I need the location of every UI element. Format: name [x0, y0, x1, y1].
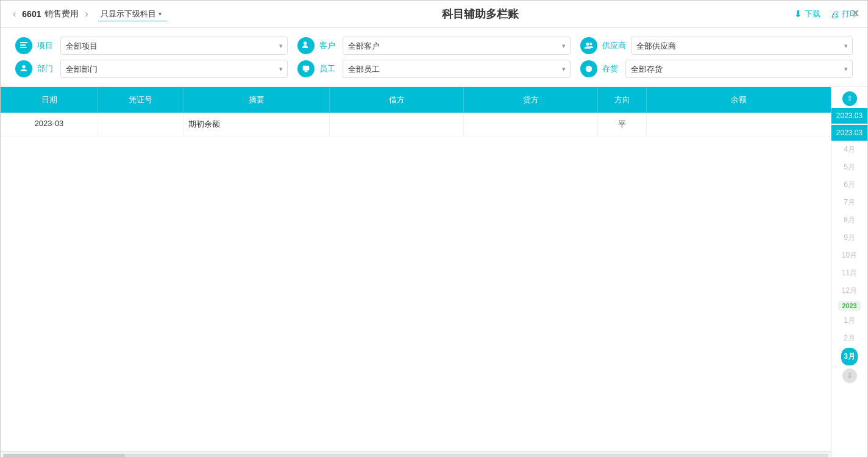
customer-select[interactable]: 全部客户: [343, 37, 570, 55]
timeline-month-3-active[interactable]: 3月: [841, 348, 858, 365]
header-actions: ⬇ 下载 🖨 打印: [794, 9, 858, 19]
next-account-button[interactable]: ›: [82, 7, 90, 21]
header-bar: ‹ 6601 销售费用 › 只显示下级科目 ▾ 科目辅助多栏账 ⬇ 下载 🖨 打…: [1, 1, 867, 28]
project-select-wrapper[interactable]: 全部项目: [60, 37, 288, 55]
cell-date: 2023-03: [1, 113, 98, 136]
filter-inventory: 存货 全部存货: [575, 57, 858, 80]
svg-point-5: [22, 65, 25, 68]
prev-account-button[interactable]: ‹: [10, 7, 18, 21]
scroll-thumb[interactable]: [3, 454, 125, 457]
filter-customer: 客户 全部客户: [293, 34, 575, 57]
supplier-icon: [580, 37, 597, 54]
supplier-select[interactable]: 全部供应商: [631, 37, 853, 55]
dropdown-arrow-icon: ▾: [158, 10, 162, 17]
timeline-month-12[interactable]: 12月: [831, 282, 867, 300]
cell-balance: [647, 113, 831, 136]
inventory-label: 存货: [602, 63, 621, 74]
timeline-header-2[interactable]: 2023.03: [831, 125, 867, 141]
col-summary: 摘要: [183, 87, 330, 113]
close-button[interactable]: ✕: [851, 7, 860, 20]
timeline-month-6[interactable]: 6月: [831, 176, 867, 194]
cell-direction: 平: [598, 113, 647, 136]
customer-icon: [297, 37, 315, 54]
show-sub-accounts-dropdown[interactable]: 只显示下级科目 ▾: [98, 7, 166, 21]
cell-summary: 期初余额: [183, 113, 330, 136]
supplier-label: 供应商: [602, 40, 626, 51]
svg-rect-0: [20, 42, 27, 43]
cell-credit: [464, 113, 598, 136]
download-button[interactable]: ⬇ 下载: [794, 9, 820, 19]
department-select-wrapper[interactable]: 全部部门: [60, 60, 288, 78]
main-layout: 日期 凭证号 摘要 借方 贷方 方向 余额 2023-03 期初余额 平: [1, 87, 867, 458]
col-credit: 贷方: [464, 87, 598, 113]
timeline-month-2[interactable]: 2月: [831, 329, 867, 347]
show-sub-accounts-label: 只显示下级科目: [101, 9, 156, 19]
col-voucher: 凭证号: [98, 87, 183, 113]
account-name: 销售费用: [44, 9, 79, 19]
timeline-month-4[interactable]: 4月: [831, 141, 867, 158]
svg-rect-2: [20, 47, 27, 48]
download-label: 下载: [805, 9, 820, 19]
cell-debit: [330, 113, 464, 136]
scroll-track: [3, 454, 828, 457]
filter-project: 项目 全部项目: [10, 34, 293, 57]
department-icon: [15, 60, 32, 77]
timeline-month-10[interactable]: 10月: [831, 247, 867, 264]
table-body: 2023-03 期初余额 平: [1, 113, 831, 451]
project-label: 项目: [37, 40, 55, 51]
account-navigator: ‹ 6601 销售费用 ›: [10, 7, 91, 21]
employee-select[interactable]: 全部员工: [343, 60, 570, 78]
department-label: 部门: [37, 63, 55, 74]
filter-bar: 项目 全部项目 客户 全部客户 供应商: [1, 28, 867, 87]
filter-department: 部门 全部部门: [10, 57, 293, 80]
timeline-month-1[interactable]: 1月: [831, 312, 867, 329]
timeline-up-button[interactable]: ⇧: [842, 91, 857, 106]
download-icon: ⬇: [794, 9, 802, 19]
svg-rect-1: [20, 44, 26, 46]
timeline-header-1[interactable]: 2023.03: [831, 108, 867, 124]
col-balance: 余额: [647, 87, 831, 113]
customer-label: 客户: [319, 40, 338, 51]
filter-employee: 员工 全部员工: [293, 57, 575, 80]
timeline-year-label[interactable]: 2023: [838, 301, 860, 311]
timeline-down-button[interactable]: ⇩: [842, 368, 857, 383]
inventory-select-wrapper[interactable]: 全部存货: [625, 60, 853, 78]
timeline-month-9[interactable]: 9月: [831, 229, 867, 247]
customer-select-wrapper[interactable]: 全部客户: [343, 37, 570, 55]
department-select[interactable]: 全部部门: [60, 60, 288, 78]
employee-icon: [297, 60, 315, 77]
cell-voucher: [98, 113, 183, 136]
horizontal-scrollbar[interactable]: [1, 451, 831, 458]
page-title: 科目辅助多栏账: [174, 7, 787, 21]
timeline-month-11[interactable]: 11月: [831, 264, 867, 282]
filter-supplier: 供应商 全部供应商: [575, 34, 858, 57]
timeline-month-8[interactable]: 8月: [831, 211, 867, 229]
supplier-select-wrapper[interactable]: 全部供应商: [631, 37, 853, 55]
employee-label: 员工: [319, 63, 338, 74]
account-code: 6601: [22, 9, 41, 19]
table-area: 日期 凭证号 摘要 借方 贷方 方向 余额 2023-03 期初余额 平: [1, 87, 831, 458]
table-header: 日期 凭证号 摘要 借方 贷方 方向 余额: [1, 87, 831, 113]
svg-point-4: [589, 43, 592, 45]
timeline-panel: ⇧ 2023.03 2023.03 4月 5月 6月 7月 8月 9月 10月 …: [831, 87, 867, 458]
col-date: 日期: [1, 87, 98, 113]
print-icon: 🖨: [830, 9, 839, 19]
svg-rect-6: [303, 66, 310, 71]
inventory-select[interactable]: 全部存货: [625, 60, 853, 78]
inventory-icon: [580, 60, 597, 77]
svg-point-3: [586, 43, 589, 46]
project-select[interactable]: 全部项目: [60, 37, 288, 55]
main-window: ‹ 6601 销售费用 › 只显示下级科目 ▾ 科目辅助多栏账 ⬇ 下载 🖨 打…: [0, 0, 868, 458]
col-direction: 方向: [598, 87, 647, 113]
table-row: 2023-03 期初余额 平: [1, 113, 831, 136]
timeline-month-7[interactable]: 7月: [831, 194, 867, 211]
employee-select-wrapper[interactable]: 全部员工: [343, 60, 570, 78]
timeline-month-5[interactable]: 5月: [831, 158, 867, 176]
col-debit: 借方: [330, 87, 464, 113]
project-icon: [15, 37, 32, 54]
